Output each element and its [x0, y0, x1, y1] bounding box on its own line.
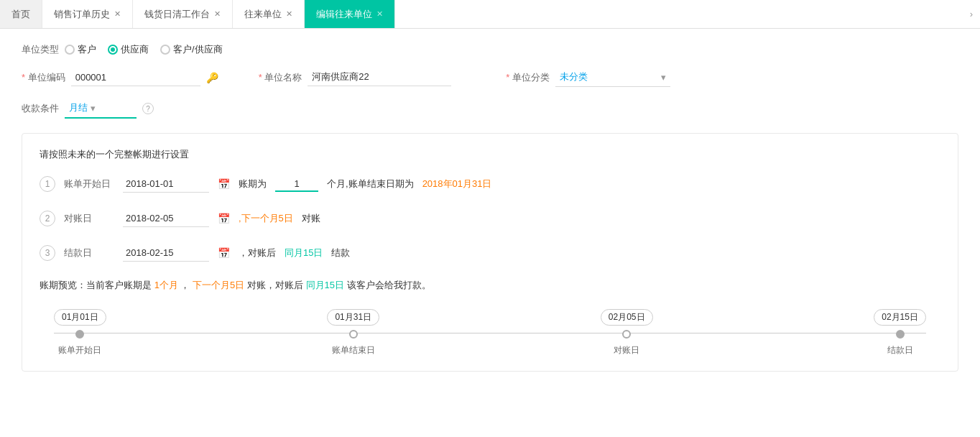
timeline-dot-2 [349, 330, 358, 339]
preview-part3: 对账，对账后 [247, 280, 303, 290]
step-highlight-2: ,下一个月5日 [239, 212, 293, 225]
timeline-sublabel-4: 结款日 [887, 344, 913, 356]
card-instruction: 请按照未来的一个完整帐期进行设置 [40, 148, 940, 161]
timeline-sublabel-2: 账单结束日 [332, 344, 375, 356]
step-row-3: 3 结款日 📅 ，对账后 同月15日 结款 [40, 244, 940, 262]
main-content: 单位类型 客户 供应商 客户/供应商 单位编码 🔑 单位名称 [0, 29, 980, 437]
step-date-2[interactable] [123, 210, 209, 227]
timeline-label-3: 02月05日 [601, 309, 653, 326]
preview-section: 账期预览：当前客户账期是 1个月 ， 下一个月5日 对账，对账后 同月15日 该… [40, 279, 940, 292]
timeline-section: 01月01日 账单开始日 01月31日 账单结束日 02月05日 [40, 309, 940, 356]
radio-supplier[interactable]: 供应商 [108, 43, 149, 56]
unit-code-label: 单位编码 [22, 71, 65, 84]
step-desc-suffix-2: 对账 [302, 212, 320, 225]
tab-cash-daily-label: 钱货日清工作台 [144, 8, 210, 21]
timeline-sublabel-3: 对账日 [614, 344, 639, 356]
timeline-dot-4 [896, 330, 905, 339]
unit-name-input[interactable] [308, 69, 451, 86]
step-label-2: 对账日 [64, 212, 114, 225]
radio-both-label: 客户/供应商 [173, 43, 223, 56]
unit-type-label: 单位类型 [22, 43, 59, 56]
payment-condition-label: 收款条件 [22, 102, 59, 115]
preview-part1: 1个月 [154, 280, 178, 290]
step-label-3: 结款日 [64, 247, 114, 259]
preview-part4: 同月15日 [306, 280, 344, 290]
step-desc-prefix-3: ，对账后 [239, 247, 276, 259]
timeline-node-1: 01月01日 账单开始日 [54, 309, 106, 356]
step-num-3: 3 [40, 245, 55, 261]
step-date-1[interactable] [123, 175, 209, 193]
tab-edit-partner-close[interactable]: ✕ [376, 9, 383, 19]
tab-cash-daily[interactable]: 钱货日清工作台 ✕ [133, 0, 233, 28]
step-desc-prefix-1: 账期为 [239, 178, 267, 190]
payment-condition-chevron-icon: ▾ [91, 103, 96, 114]
tab-edit-partner-label: 编辑往来单位 [316, 8, 372, 21]
tab-home-label: 首页 [11, 8, 30, 21]
tab-sales-history-label: 销售订单历史 [54, 8, 110, 21]
radio-customer-label: 客户 [78, 43, 96, 56]
step-calendar-1[interactable]: 📅 [218, 178, 230, 190]
step-row-1: 1 账单开始日 📅 账期为 个月,账单结束日期为 2018年01月31日 [40, 175, 940, 193]
unit-code-group: 单位编码 🔑 [22, 69, 218, 86]
payment-condition-select[interactable]: 月结 ▾ [65, 98, 137, 119]
tab-edit-partner[interactable]: 编辑往来单位 ✕ [305, 0, 395, 28]
step-period-end-1: 2018年01月31日 [422, 178, 492, 190]
settings-card: 请按照未来的一个完整帐期进行设置 1 账单开始日 📅 账期为 个月,账单结束日期… [22, 133, 958, 372]
step-row-2: 2 对账日 📅 ,下一个月5日 对账 [40, 210, 940, 227]
step-label-1: 账单开始日 [64, 178, 114, 190]
step-calendar-3[interactable]: 📅 [218, 247, 230, 259]
tab-partner-unit-label: 往来单位 [244, 8, 282, 21]
timeline-label-2: 01月31日 [327, 309, 379, 326]
unit-category-chevron-icon: ▾ [661, 72, 666, 83]
tab-bar: 首页 销售订单历史 ✕ 钱货日清工作台 ✕ 往来单位 ✕ 编辑往来单位 ✕ › [0, 0, 980, 29]
timeline-node-2: 01月31日 账单结束日 [327, 309, 379, 356]
timeline-dot-1 [75, 330, 84, 339]
step-highlight-3: 同月15日 [285, 247, 323, 259]
tab-home[interactable]: 首页 [0, 0, 42, 28]
unit-category-select[interactable]: 未分类 ▾ [555, 68, 670, 87]
unit-type-row: 单位类型 客户 供应商 客户/供应商 [22, 43, 958, 56]
timeline-node-3: 02月05日 对账日 [601, 309, 653, 356]
unit-category-value: 未分类 [560, 70, 658, 83]
radio-both-circle [160, 45, 170, 55]
tab-sales-history-close[interactable]: ✕ [114, 9, 121, 19]
unit-code-input[interactable] [71, 69, 200, 86]
unit-fields-row: 单位编码 🔑 单位名称 单位分类 未分类 ▾ [22, 68, 958, 87]
step-num-1: 1 [40, 176, 55, 192]
preview-end: 该客户会给我打款。 [347, 280, 431, 290]
radio-both[interactable]: 客户/供应商 [160, 43, 223, 56]
preview-comma1: ， [180, 280, 190, 290]
preview-label: 账期预览：当前客户账期是 [40, 280, 152, 290]
radio-supplier-circle [108, 45, 118, 55]
timeline-label-1: 01月01日 [54, 309, 106, 326]
step-date-3[interactable] [123, 244, 209, 262]
step-desc-suffix-3: 结款 [331, 247, 350, 259]
step-num-2: 2 [40, 211, 55, 226]
unit-name-label: 单位名称 [259, 71, 302, 84]
unit-name-group: 单位名称 [259, 69, 452, 86]
tab-more-button[interactable]: › [963, 0, 980, 28]
unit-type-radio-group: 客户 供应商 客户/供应商 [65, 43, 223, 56]
timeline-label-4: 02月15日 [874, 309, 926, 326]
preview-part2: 下一个月5日 [193, 280, 244, 290]
tab-cash-daily-close[interactable]: ✕ [214, 9, 221, 19]
payment-condition-row: 收款条件 月结 ▾ ? [22, 98, 958, 119]
payment-condition-value: 月结 [69, 101, 88, 114]
tab-partner-unit-close[interactable]: ✕ [286, 9, 292, 19]
tab-sales-history[interactable]: 销售订单历史 ✕ [42, 0, 133, 28]
unit-code-copy-icon[interactable]: 🔑 [206, 72, 218, 83]
radio-customer[interactable]: 客户 [65, 43, 96, 56]
step-desc-unit-1: 个月,账单结束日期为 [327, 178, 414, 190]
radio-supplier-label: 供应商 [121, 43, 149, 56]
step-calendar-2[interactable]: 📅 [218, 213, 230, 224]
timeline-sublabel-1: 账单开始日 [58, 344, 101, 356]
radio-customer-circle [65, 45, 75, 55]
unit-category-label: 单位分类 [506, 71, 550, 84]
unit-category-group: 单位分类 未分类 ▾ [506, 68, 670, 87]
tab-partner-unit[interactable]: 往来单位 ✕ [233, 0, 305, 28]
period-input-1[interactable] [275, 177, 318, 192]
help-icon[interactable]: ? [142, 103, 154, 114]
timeline-dot-3 [622, 330, 631, 339]
timeline-node-4: 02月15日 结款日 [874, 309, 926, 356]
